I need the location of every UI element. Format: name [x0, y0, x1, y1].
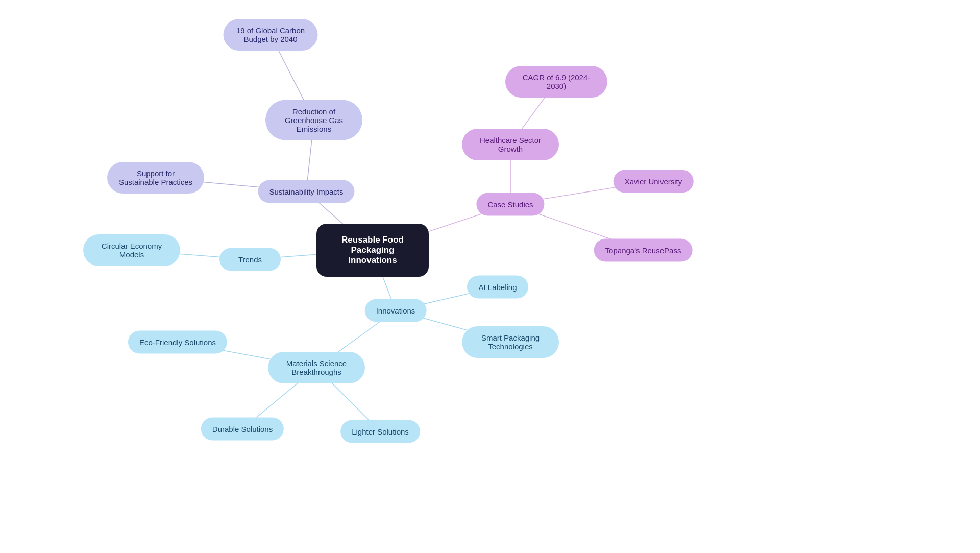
node-carbon_budget[interactable]: 19 of Global Carbon Budget by 2040 [224, 19, 318, 51]
node-ai_labeling[interactable]: AI Labeling [467, 276, 528, 299]
node-trends[interactable]: Trends [219, 248, 281, 271]
node-label-circular_economy: Circular Economy Models [94, 242, 169, 259]
node-label-healthcare_growth: Healthcare Sector Growth [473, 136, 548, 153]
node-label-eco_friendly: Eco-Friendly Solutions [139, 338, 216, 347]
node-innovations[interactable]: Innovations [365, 299, 427, 322]
node-materials_science[interactable]: Materials Science Breakthroughs [268, 352, 365, 383]
node-label-reduction_ghg: Reduction of Greenhouse Gas Emissions [277, 107, 351, 133]
node-case_studies[interactable]: Case Studies [476, 193, 544, 216]
node-label-center: Reusable Food Packaging Innovations [335, 235, 410, 266]
node-healthcare_growth[interactable]: Healthcare Sector Growth [462, 129, 559, 160]
node-center[interactable]: Reusable Food Packaging Innovations [316, 224, 429, 277]
node-circular_economy[interactable]: Circular Economy Models [83, 234, 180, 266]
node-label-case_studies: Case Studies [487, 200, 533, 209]
node-label-sustainability_impacts: Sustainability Impacts [269, 187, 343, 196]
node-label-xavier: Xavier University [625, 177, 682, 186]
node-label-support_sustainable: Support for Sustainable Practices [118, 169, 193, 186]
node-label-smart_packaging: Smart Packaging Technologies [473, 333, 548, 351]
node-smart_packaging[interactable]: Smart Packaging Technologies [462, 326, 559, 358]
node-eco_friendly[interactable]: Eco-Friendly Solutions [128, 331, 227, 354]
mind-map: Reusable Food Packaging InnovationsSusta… [0, 0, 980, 553]
node-label-ai_labeling: AI Labeling [478, 283, 517, 292]
node-durable_solutions[interactable]: Durable Solutions [201, 418, 284, 441]
node-xavier[interactable]: Xavier University [614, 170, 694, 193]
node-label-topanga: Topanga's ReusePass [605, 246, 681, 255]
node-label-lighter_solutions: Lighter Solutions [352, 427, 409, 436]
node-sustainability_impacts[interactable]: Sustainability Impacts [258, 180, 354, 203]
node-label-trends: Trends [238, 255, 262, 264]
node-lighter_solutions[interactable]: Lighter Solutions [340, 420, 420, 443]
node-topanga[interactable]: Topanga's ReusePass [594, 239, 693, 262]
node-label-materials_science: Materials Science Breakthroughs [279, 359, 354, 376]
node-label-cagr: CAGR of 6.9 (2024-2030) [517, 73, 596, 90]
node-label-carbon_budget: 19 of Global Carbon Budget by 2040 [235, 26, 307, 43]
node-reduction_ghg[interactable]: Reduction of Greenhouse Gas Emissions [265, 100, 362, 140]
node-label-innovations: Innovations [376, 306, 415, 315]
node-label-durable_solutions: Durable Solutions [212, 425, 273, 434]
node-cagr[interactable]: CAGR of 6.9 (2024-2030) [505, 66, 607, 98]
node-support_sustainable[interactable]: Support for Sustainable Practices [107, 162, 204, 194]
